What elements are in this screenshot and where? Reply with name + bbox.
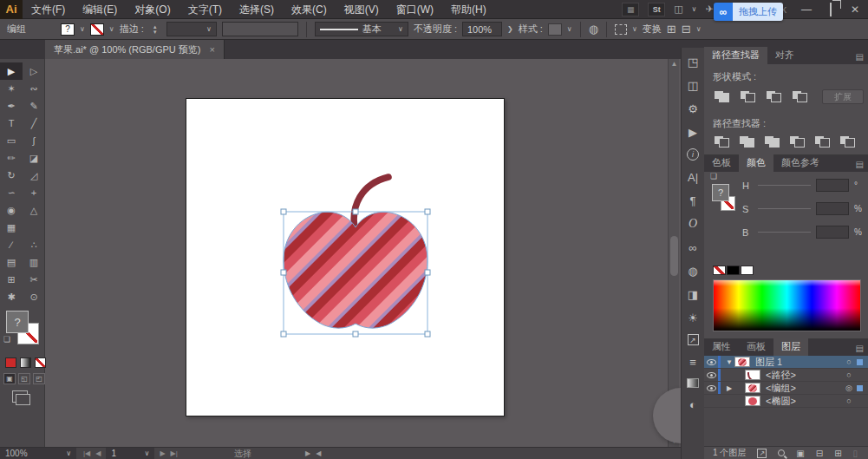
tool-button[interactable]: △ (23, 201, 45, 219)
tool-button[interactable]: ✂ (23, 271, 45, 288)
dock-panel-icon[interactable]: ⚙ (684, 102, 702, 115)
tool-button[interactable]: ∽ (0, 184, 23, 201)
tool-button[interactable]: ◉ (0, 201, 23, 219)
close-tab-icon[interactable]: × (209, 44, 214, 55)
scroll-up-icon[interactable]: ▲ (669, 59, 680, 69)
gradient-button[interactable] (20, 357, 31, 368)
first-artboard-icon[interactable]: |◀ (83, 449, 90, 457)
canvas[interactable]: ▲ ▼ (45, 59, 681, 447)
visibility-icon[interactable] (707, 359, 716, 365)
grid-icon[interactable]: ▦ (622, 3, 639, 16)
dock-panel-icon[interactable]: ◍ (684, 264, 702, 278)
app-logo[interactable]: Ai (0, 0, 23, 19)
next-artboard-icon[interactable]: ▶ (160, 449, 165, 457)
disclosure-down-icon[interactable]: ▼ (724, 358, 734, 366)
prev-artboard-icon[interactable]: ◀ (95, 449, 101, 457)
layer-thumbnail[interactable] (745, 383, 760, 393)
target-circle-icon[interactable]: ◎ (843, 384, 855, 392)
fill-proxy[interactable]: ? (712, 184, 729, 201)
layer-thumbnail[interactable] (745, 370, 760, 380)
tool-button[interactable]: ▦ (0, 219, 23, 236)
exclude-icon[interactable] (793, 91, 807, 102)
target-circle-icon[interactable]: ○ (843, 397, 855, 405)
chevron-down-icon[interactable]: ∨ (109, 25, 114, 33)
dock-panel-icon[interactable]: ▶ (684, 125, 702, 139)
visibility-icon[interactable] (707, 385, 716, 391)
layer-row-group[interactable]: ▶ <编组> ◎ (704, 382, 868, 395)
panel-menu-icon[interactable]: ▤ (852, 52, 868, 64)
tool-button[interactable]: ▶ (0, 62, 23, 80)
merge-icon[interactable] (765, 136, 780, 148)
select-similar-icon[interactable] (615, 24, 627, 35)
last-artboard-icon[interactable]: ▶| (171, 449, 178, 457)
document-tab[interactable]: 苹果.ai* @ 100% (RGB/GPU 预览) × (45, 40, 225, 59)
dock-panel-icon[interactable]: ◫ (684, 78, 702, 92)
screen-mode-button[interactable] (12, 390, 28, 403)
dock-panel-icon[interactable]: i (687, 148, 699, 161)
dock-panel-icon[interactable]: ☀ (684, 311, 702, 325)
apple-artwork[interactable] (269, 165, 442, 343)
none-button[interactable] (35, 357, 46, 368)
dock-panel-icon[interactable]: ↗ (688, 334, 699, 345)
tool-button[interactable]: ∴ (23, 236, 45, 253)
tool-button[interactable] (23, 219, 45, 236)
tool-button[interactable]: ▭ (0, 132, 23, 149)
stroke-weight-dropdown[interactable]: ∨ (166, 22, 217, 36)
workspace-icon[interactable]: ◫ (674, 3, 682, 15)
white-chip[interactable] (741, 266, 754, 275)
transform-link[interactable]: 变换 (643, 23, 662, 36)
tool-button[interactable]: T (0, 115, 23, 132)
tool-button[interactable]: ▤ (0, 253, 23, 271)
tab-layers[interactable]: 图层 (773, 338, 808, 356)
trim-icon[interactable] (740, 136, 754, 148)
artboard-number-dropdown[interactable]: 1 ∨ (106, 448, 154, 459)
minimize-button[interactable]: — (800, 3, 813, 16)
layer-name[interactable]: <编组> (766, 382, 843, 395)
recolor-artwork-icon[interactable]: ◍ (589, 23, 598, 36)
menu-item[interactable]: 效果(C) (283, 0, 336, 19)
close-button[interactable]: ✕ (849, 3, 861, 16)
menu-item[interactable]: 文字(T) (179, 0, 231, 19)
tool-button[interactable]: ✏ (0, 149, 23, 167)
intersect-icon[interactable] (767, 91, 781, 102)
chevron-down-icon[interactable]: ∨ (692, 5, 697, 13)
menu-item[interactable]: 选择(S) (231, 0, 283, 19)
stroke-weight-stepper[interactable]: ▲▼ (149, 23, 161, 36)
dock-panel-icon[interactable]: ◨ (684, 287, 702, 301)
stock-badge-icon[interactable]: St (648, 3, 665, 16)
layer-thumbnail[interactable] (734, 357, 750, 367)
new-layer-icon[interactable]: ⊞ (834, 449, 841, 458)
draw-behind-icon[interactable]: ◱ (18, 373, 30, 384)
share-icon[interactable]: ✈ (705, 3, 713, 15)
expand-button[interactable]: 扩展 (822, 89, 864, 104)
tab-artboards[interactable]: 画板 (739, 338, 773, 356)
none-chip[interactable] (713, 266, 726, 275)
layer-row-path[interactable]: <路径> ○ (704, 369, 868, 382)
selection-indicator[interactable] (857, 385, 863, 391)
swap-colors-icon[interactable]: ❏ (710, 172, 717, 180)
tool-button[interactable]: ╱ (23, 115, 45, 132)
tool-button[interactable]: ◪ (23, 149, 45, 167)
tool-button[interactable]: ◿ (23, 167, 45, 184)
target-circle-icon[interactable]: ○ (843, 370, 855, 379)
tab-color-guide[interactable]: 颜色参考 (773, 154, 827, 172)
channel-value-field[interactable] (816, 179, 849, 192)
align-vertical-icon[interactable]: ⊟ (682, 23, 691, 36)
dock-panel-icon[interactable]: ≡ (684, 355, 702, 369)
panel-menu-icon[interactable]: ▤ (852, 160, 868, 172)
color-spectrum[interactable] (713, 279, 861, 331)
tool-button[interactable]: ⊞ (0, 271, 23, 288)
draw-inside-icon[interactable]: ◰ (33, 373, 45, 384)
layer-thumbnail[interactable] (745, 396, 760, 406)
tool-button[interactable]: + (23, 184, 45, 201)
tool-button[interactable]: ✶ (0, 80, 23, 97)
zoom-level-dropdown[interactable]: 100% ∨ (0, 448, 76, 459)
opacity-field[interactable]: 100% (462, 22, 502, 36)
tool-button[interactable]: ✒ (0, 97, 23, 115)
slider-track[interactable] (758, 232, 811, 233)
draw-normal-icon[interactable]: ▣ (3, 373, 16, 384)
dock-panel-icon[interactable]: ¶ (684, 193, 702, 207)
layer-row-layer1[interactable]: ▼ 图层 1 ○ (704, 356, 868, 369)
chevron-down-icon[interactable]: ∨ (632, 25, 637, 33)
color-button[interactable] (5, 357, 16, 368)
